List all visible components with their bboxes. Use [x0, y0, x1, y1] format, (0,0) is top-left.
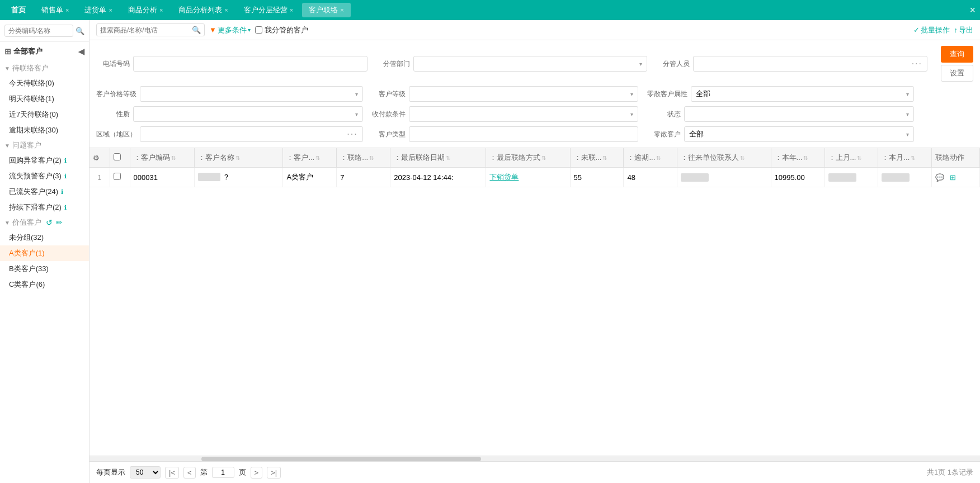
col-this-month: ：本月... ⇅	[878, 148, 932, 168]
staff-input[interactable]: ···	[693, 56, 927, 72]
prev-page-btn[interactable]: <	[183, 467, 196, 479]
main-search-icon[interactable]: 🔍	[192, 26, 201, 34]
info-icon-churned: ℹ	[61, 188, 63, 195]
retail-attr-value: 全部	[696, 89, 710, 99]
per-page-select[interactable]: 50 100 200	[130, 466, 161, 479]
col-last-method-sort[interactable]: ⇅	[541, 155, 546, 161]
sidebar-collapse-icon[interactable]: ◀	[78, 47, 84, 56]
horizontal-scrollbar[interactable]	[89, 456, 980, 461]
select-all-checkbox[interactable]	[114, 153, 121, 160]
sidebar-item-tomorrow[interactable]: 明天待联络(1)	[0, 91, 89, 107]
row-checkbox-1[interactable]	[110, 168, 130, 187]
nav-tab-sales[interactable]: 销售单 ×	[35, 3, 76, 17]
filter-row-3: 性质 ▾ 收付款条件 ▾ 状态 ▾	[96, 106, 973, 122]
nav-home[interactable]: 首页	[4, 3, 32, 17]
sidebar-group-pending[interactable]: ▼ 待联络客户	[0, 61, 89, 75]
price-level-input[interactable]: ▾	[140, 86, 363, 102]
qr-icon[interactable]: ⊞	[950, 173, 956, 182]
next-page-btn[interactable]: >	[251, 467, 263, 479]
nav-tab-customer-segment[interactable]: 客户分层经营 ×	[237, 3, 300, 17]
retail-customer-input[interactable]: 全部 ▾	[684, 126, 914, 142]
settings-icon[interactable]: ⚙	[93, 154, 100, 162]
filter-actions: ✓ 批量操作 ↑ 导出	[913, 25, 974, 35]
customer-type-input[interactable]	[409, 126, 639, 142]
sidebar-item-declining[interactable]: 持续下滑客户(2) ℹ	[0, 200, 89, 215]
customer-type-label: 客户类型	[372, 130, 406, 139]
this-month-blurred	[882, 173, 910, 182]
col-name-sort[interactable]: ⇅	[235, 155, 240, 161]
sidebar-group-problem[interactable]: ▼ 问题客户	[0, 138, 89, 153]
sidebar-item-overdue[interactable]: 逾期未联络(30)	[0, 122, 89, 138]
sidebar-item-today[interactable]: 今天待联络(0)	[0, 75, 89, 91]
sidebar-item-churn-warning[interactable]: 流失预警客户(3) ℹ	[0, 168, 89, 184]
dept-input[interactable]: ▾	[413, 56, 648, 72]
phone-input[interactable]	[133, 56, 368, 72]
filter-buttons: 查询 设置	[941, 46, 973, 82]
main-search-input[interactable]	[100, 26, 190, 34]
sidebar-search-icon[interactable]: 🔍	[76, 27, 84, 35]
sidebar-item-churned[interactable]: 已流失客户(24) ℹ	[0, 184, 89, 200]
nature-input[interactable]: ▾	[133, 106, 363, 122]
nav-tab-customer-contact[interactable]: 客户联络 ×	[302, 3, 350, 17]
col-overdue: ：逾期... ⇅	[624, 148, 677, 168]
retail-attr-input[interactable]: 全部 ▾	[691, 86, 914, 102]
sidebar-item-abnormal[interactable]: 回购异常客户(2) ℹ	[0, 153, 89, 168]
col-code-sort[interactable]: ⇅	[171, 155, 176, 161]
sidebar-item-a-class[interactable]: A类客户(1)	[0, 245, 89, 261]
col-action: 联络动作	[932, 148, 980, 168]
row-action-1: 💬 ⊞	[932, 168, 980, 187]
status-label: 状态	[647, 110, 681, 119]
tab-sales-close[interactable]: ×	[65, 7, 69, 13]
col-name: ：客户名称 ⇅	[195, 148, 283, 168]
chat-icon[interactable]: 💬	[935, 173, 944, 182]
nav-tab-analysis-list[interactable]: 商品分析列表 ×	[172, 3, 234, 17]
row-check-1[interactable]	[114, 173, 121, 180]
col-settings[interactable]: ⚙	[89, 148, 110, 168]
col-no-contact-sort[interactable]: ⇅	[602, 155, 607, 161]
status-input[interactable]: ▾	[684, 106, 914, 122]
tab-customer-contact-close[interactable]: ×	[340, 7, 343, 13]
query-btn[interactable]: 查询	[941, 46, 973, 63]
scroll-thumb[interactable]	[201, 457, 481, 461]
more-conditions-btn[interactable]: ▼ 更多条件 ▾	[209, 25, 251, 35]
sidebar: 🔍 ⊞ 全部客户 ◀ ▼ 待联络客户 今天待联络(0) 明天待联络(1) 近7天…	[0, 20, 89, 483]
sidebar-search-input[interactable]	[4, 25, 73, 37]
setting-btn[interactable]: 设置	[941, 65, 973, 82]
batch-op-btn[interactable]: ✓ 批量操作	[913, 25, 950, 35]
sidebar-item-c-class[interactable]: C类客户(6)	[0, 277, 89, 292]
last-page-btn[interactable]: >|	[267, 467, 281, 479]
export-btn[interactable]: ↑ 导出	[954, 25, 974, 35]
col-contacts-label: ：往来单位联系人	[681, 153, 739, 163]
nav-tab-analysis[interactable]: 商品分析 ×	[121, 3, 169, 17]
last-method-link[interactable]: 下销货单	[489, 173, 519, 181]
col-ctype-sort[interactable]: ⇅	[315, 155, 320, 161]
region-input[interactable]: ···	[140, 126, 363, 142]
page-input[interactable]	[212, 467, 234, 478]
tab-analysis-list-close[interactable]: ×	[224, 7, 228, 13]
nav-tab-purchase[interactable]: 进货单 ×	[78, 3, 119, 17]
my-customers-checkbox[interactable]: 我分管的客户	[255, 25, 308, 35]
col-contact-count-sort[interactable]: ⇅	[369, 155, 374, 161]
col-contacts-sort[interactable]: ⇅	[740, 155, 745, 161]
sidebar-item-ungrouped[interactable]: 未分组(32)	[0, 230, 89, 245]
pay-condition-input[interactable]: ▾	[409, 106, 639, 122]
sidebar-item-b-class[interactable]: B类客户(33)	[0, 261, 89, 277]
tab-purchase-close[interactable]: ×	[109, 7, 112, 13]
col-last-date-sort[interactable]: ⇅	[446, 155, 450, 161]
tab-customer-segment-close[interactable]: ×	[290, 7, 293, 13]
col-checkbox[interactable]	[110, 148, 130, 168]
edit-icon[interactable]: ✏	[56, 218, 63, 227]
sidebar-item-7days[interactable]: 近7天待联络(0)	[0, 107, 89, 122]
customer-level-input[interactable]: ▾	[409, 86, 639, 102]
col-this-month-sort[interactable]: ⇅	[911, 155, 915, 161]
row-last-month-1	[824, 168, 878, 187]
col-this-year-sort[interactable]: ⇅	[803, 155, 808, 161]
refresh-icon[interactable]: ↺	[46, 218, 53, 227]
col-overdue-sort[interactable]: ⇅	[656, 155, 661, 161]
my-customers-check[interactable]	[255, 26, 262, 34]
window-close-btn[interactable]: ×	[969, 4, 976, 16]
tab-analysis-close[interactable]: ×	[159, 7, 163, 13]
sidebar-group-value[interactable]: ▼ 价值客户 ↺ ✏	[0, 215, 89, 230]
first-page-btn[interactable]: |<	[165, 467, 179, 479]
col-last-month-sort[interactable]: ⇅	[857, 155, 861, 161]
